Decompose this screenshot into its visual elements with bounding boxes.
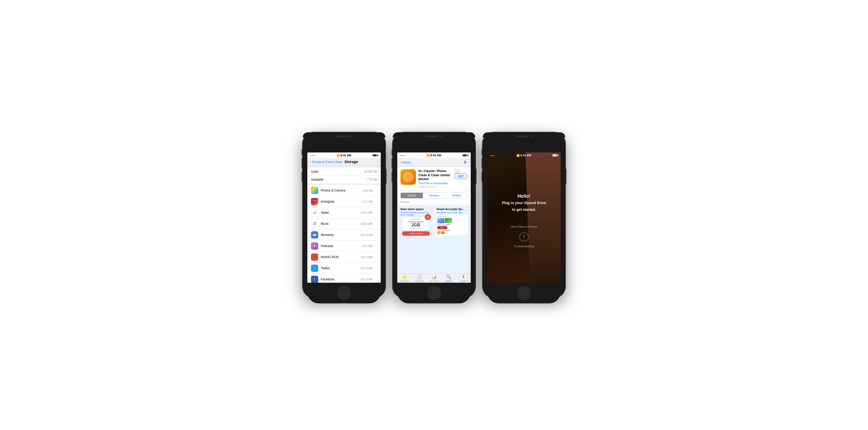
- stars-icon: ★★★★★: [418, 186, 429, 188]
- search-icon: 🔍: [446, 274, 451, 279]
- appstore-nav: ‹ Search ⬆: [397, 158, 471, 167]
- app-size: 1.88 GB: [362, 189, 372, 192]
- tab-categories-label: Categories: [414, 280, 425, 282]
- status-time: 9:41 AM: [520, 154, 531, 157]
- phone-3: ••••• 📶 9:41 AM Hello! Plug in your iXpa…: [483, 132, 565, 298]
- wifi-icon: 📶: [517, 154, 520, 157]
- screenshot-area: Save more space No need to delete any fi…: [397, 205, 471, 273]
- music-icon: 🎵: [311, 220, 318, 227]
- battery-icon: [462, 154, 468, 157]
- chevron-left-icon: ‹: [310, 160, 311, 163]
- speaker: [516, 136, 528, 137]
- get-button[interactable]: GET: [454, 174, 468, 179]
- details-tab[interactable]: Details: [401, 193, 423, 198]
- list-item[interactable]: f Facebook 301.5 MB ›: [307, 274, 381, 283]
- speaker: [426, 136, 438, 137]
- help-icon[interactable]: ?: [519, 232, 529, 242]
- tab-featured[interactable]: ⭐ Featured: [397, 274, 412, 282]
- used-row: Used 19.58 GB: [307, 168, 381, 176]
- power-button: [475, 168, 476, 184]
- list-item[interactable]: 🧭 Safari 720.5 MB ›: [307, 207, 381, 218]
- troubleshooting-link[interactable]: Troubleshooting: [514, 245, 534, 248]
- momento-icon: 🏔: [311, 231, 318, 239]
- phone-bottom-2: [397, 283, 471, 303]
- app-name: Twitter: [321, 267, 358, 270]
- tab-featured-label: Featured: [400, 280, 409, 282]
- phone-top-bar: [303, 132, 385, 137]
- app-size: 353.4 MB: [361, 255, 373, 259]
- reviews-tab[interactable]: Reviews: [423, 193, 445, 198]
- status-bar-3: ••••• 📶 9:41 AM: [487, 152, 561, 158]
- app-name: MARIO RUN: [321, 255, 358, 259]
- phone-top-bar-3: [483, 132, 565, 137]
- camera: [350, 135, 352, 137]
- app-name: Safari: [321, 211, 358, 214]
- chevron-right-icon: ›: [376, 267, 377, 270]
- wifi-icon: 📶: [427, 154, 430, 157]
- screenshot-1: Save more space No need to delete any fi…: [398, 206, 433, 272]
- tab-bar: ⭐ Featured ⬜ Categories 📊 Top Charts 🔍 S…: [397, 273, 471, 283]
- app-size: 301.5 MB: [361, 278, 373, 281]
- tab-categories[interactable]: ⬜ Categories: [412, 274, 427, 282]
- phone-1: ••••• 📶 9:41 AM ‹ Storage & iCloud Usage…: [303, 132, 385, 298]
- tab-updates[interactable]: ⬇ Updates: [456, 274, 471, 282]
- ad-free-badge: Ad-free: [424, 213, 431, 221]
- list-item[interactable]: 🎮 MARIO RUN 353.4 MB ›: [307, 252, 381, 263]
- status-bar-2: ••••• 📶 9:41 AM: [397, 152, 471, 158]
- back-button[interactable]: ‹ Storage & iCloud Usage: [310, 160, 342, 163]
- list-item[interactable]: 🏔 Momento 427.8 MB ›: [307, 229, 381, 241]
- mario-icon: 🎮: [311, 253, 318, 261]
- featured-icon: ⭐: [402, 274, 407, 279]
- volume-down-button: [482, 172, 483, 182]
- phone-top-bar-2: [393, 132, 475, 137]
- phone-1-screen: ••••• 📶 9:41 AM ‹ Storage & iCloud Usage…: [307, 152, 381, 283]
- tab-top-charts[interactable]: 📊 Top Charts: [427, 274, 441, 282]
- volume-down-button: [302, 172, 303, 182]
- facebook-icon: f: [311, 276, 318, 283]
- power-button: [565, 168, 566, 184]
- app-developer[interactable]: Trend Micro Incorporated: [418, 182, 454, 185]
- screenshot-title-2: Smart Accurate Qu...: [435, 206, 470, 211]
- phone-bottom-1: [307, 283, 381, 303]
- status-time: 9:41 AM: [340, 154, 351, 157]
- tab-search[interactable]: 🔍 Search: [441, 274, 456, 282]
- photos-icon: [311, 187, 318, 194]
- app-name: Momento: [321, 233, 358, 237]
- app-icon-inner: 🛡: [403, 172, 413, 182]
- back-button[interactable]: ‹ Search: [400, 161, 411, 164]
- updates-icon: ⬇: [462, 274, 465, 279]
- home-button[interactable]: [427, 286, 441, 300]
- available-label: Available: [311, 178, 323, 181]
- share-button[interactable]: ⬆: [462, 160, 468, 165]
- segment-control: Details Reviews Related: [400, 192, 468, 198]
- list-item[interactable]: 🎙 Podcasts 411 MB ›: [307, 241, 381, 252]
- view-files-link[interactable]: View Files on iPhone: [511, 225, 537, 228]
- status-bar-1: ••••• 📶 9:41 AM: [307, 152, 381, 158]
- app-list: Photos & Camera 1.88 GB › 📷 Instagram 1.…: [307, 185, 381, 283]
- clean-cache-button[interactable]: Clean Cache: [402, 231, 430, 236]
- battery-icon: [552, 154, 558, 157]
- related-tab[interactable]: Related: [445, 193, 467, 198]
- categories-icon: ⬜: [417, 274, 422, 279]
- list-item[interactable]: 🐦 Twitter 317.4 MB ›: [307, 263, 381, 274]
- app-detail-header: 🛡 Dr. Cleaner: Phone Clean & Clean simil…: [397, 167, 471, 191]
- app-name: Podcasts: [321, 244, 360, 248]
- signal-dots: •••••: [310, 154, 315, 157]
- mute-button: [392, 149, 393, 155]
- hello-text: Hello! Plug in your iXpand Driveto get s…: [502, 193, 546, 213]
- speaker: [336, 136, 348, 137]
- home-button[interactable]: [337, 286, 351, 300]
- list-item[interactable]: Photos & Camera 1.88 GB ›: [307, 185, 381, 196]
- chevron-right-icon: ›: [376, 234, 377, 237]
- chevron-right-icon: ›: [376, 222, 377, 225]
- mute-button: [482, 149, 483, 155]
- home-button[interactable]: [517, 286, 531, 300]
- app-size: 411 MB: [363, 244, 373, 248]
- list-item[interactable]: 🎵 Music 430.2 MB ›: [307, 218, 381, 229]
- app-size: 430.2 MB: [361, 222, 373, 225]
- wifi-icon: 📶: [337, 154, 340, 157]
- page-title: Storage: [345, 160, 358, 164]
- iphone-label: iPhone: [397, 200, 471, 205]
- volume-up-button: [302, 158, 303, 168]
- list-item[interactable]: 📷 Instagram 1.11 GB ›: [307, 196, 381, 207]
